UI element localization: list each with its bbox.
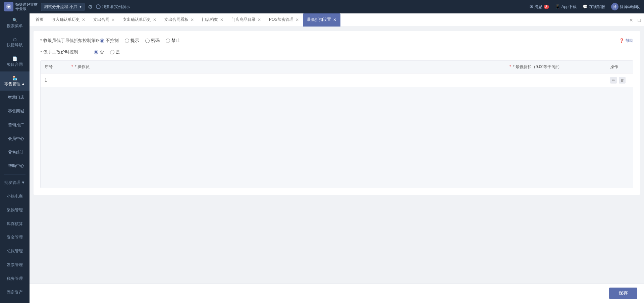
- sidebar-item-tax-mgmt[interactable]: 税务管理: [0, 272, 30, 286]
- sidebar-item-retail-mall[interactable]: 零售商城: [0, 104, 30, 118]
- page-content: * 收银员低于最低折扣控制策略 不控制 提示 密码: [30, 27, 644, 283]
- tab-store-goods[interactable]: 门店商品目录 ✕: [227, 13, 265, 27]
- delete-row-button[interactable]: 🗑: [619, 77, 626, 84]
- tab-close-payment-confirm[interactable]: ✕: [153, 17, 156, 22]
- sidebar-item-member-center[interactable]: 会员中心: [0, 132, 30, 146]
- tab-close-payment-contract[interactable]: ✕: [111, 17, 115, 22]
- manual-control-radio-group: 否 是: [94, 49, 120, 55]
- col-min-discount: * * 最低折扣（9.00等于9折）: [505, 61, 606, 73]
- tab-close-store-file[interactable]: ✕: [220, 17, 223, 22]
- logo-icon: [4, 2, 13, 11]
- search-icon: 🔍: [0, 17, 30, 23]
- tab-close-income-confirm[interactable]: ✕: [82, 17, 85, 22]
- cell-actions: ✏ 🗑: [606, 73, 633, 87]
- form-row-manual-control: * 仅手工改价时控制 否 是: [40, 49, 633, 55]
- tab-fullscreen-button[interactable]: □: [637, 17, 642, 23]
- save-button[interactable]: 保存: [609, 288, 637, 299]
- form-row-discount-policy: * 收银员低于最低折扣控制策略 不控制 提示 密码: [40, 38, 633, 44]
- tab-payment-confirm[interactable]: 支出确认单历史 ✕: [119, 13, 160, 27]
- cell-seq: 1: [41, 73, 67, 87]
- sidebar-item-retail-mgmt[interactable]: 🏪 零售管理 ▲: [0, 71, 30, 91]
- tab-payment-board[interactable]: 支出合同看板 ✕: [160, 13, 198, 27]
- chevron-down-icon: ▼: [21, 180, 25, 186]
- tab-pos-password[interactable]: POS加密管理 ✕: [265, 13, 303, 27]
- settings-card: * 收银员低于最低折扣控制策略 不控制 提示 密码: [34, 31, 640, 195]
- col-seq: 序号: [41, 61, 67, 73]
- sidebar-item-search[interactable]: 🔍 搜索菜单: [0, 13, 30, 33]
- sidebar-item-help-center[interactable]: 帮助中心: [0, 159, 30, 173]
- sidebar-item-fixed-assets[interactable]: 固定资产: [0, 286, 30, 299]
- sidebar-item-salary[interactable]: 工资: [0, 299, 30, 303]
- col-actions: 操作: [606, 61, 633, 73]
- demo-circle-icon: [96, 4, 101, 9]
- message-icon: ✉: [530, 4, 533, 9]
- cell-operator: [67, 73, 505, 87]
- avatar: 徐: [611, 3, 619, 10]
- col-operator: * * 操作员: [67, 61, 505, 73]
- sidebar-item-shortcuts[interactable]: ⬡ 快捷导航: [0, 33, 30, 52]
- radio-password[interactable]: 密码: [145, 38, 160, 44]
- contract-icon: 📄: [0, 56, 30, 62]
- discount-policy-label: * 收银员低于最低折扣控制策略: [40, 38, 100, 44]
- online-service-button[interactable]: 💬 在线客服: [583, 4, 605, 10]
- topbar-right: ✉ 消息 8 📱 App下载 💬 在线客服 徐 徐泽华修改: [530, 3, 640, 10]
- settings-icon[interactable]: ⚙: [88, 4, 93, 10]
- app-name: 畅捷通好业财 专业版: [15, 2, 38, 11]
- tab-close-store-goods[interactable]: ✕: [258, 17, 261, 22]
- table-empty-area: [41, 87, 633, 188]
- sidebar-item-marketing[interactable]: 营销推广: [0, 118, 30, 132]
- tab-close-payment-board[interactable]: ✕: [191, 17, 194, 22]
- user-profile[interactable]: 徐 徐泽华修改: [611, 3, 640, 10]
- app-download-button[interactable]: 📱 App下载: [555, 4, 577, 10]
- discount-policy-radio-group: 不控制 提示 密码 禁止: [100, 38, 180, 44]
- radio-no[interactable]: 否: [94, 49, 104, 55]
- radio-yes[interactable]: 是: [110, 49, 120, 55]
- message-button[interactable]: ✉ 消息 8: [530, 4, 549, 10]
- sidebar-item-retail-stats[interactable]: 零售统计: [0, 146, 30, 159]
- table-header: 序号 * * 操作员 * * 最低折扣（9.00等于9折） 操作: [41, 61, 633, 73]
- demo-link[interactable]: 我要看实例演示: [96, 4, 130, 10]
- tab-controls: ✕ □: [628, 17, 642, 23]
- tab-min-discount[interactable]: 最低折扣设置 ✕: [303, 13, 340, 27]
- sidebar-item-inventory[interactable]: 库存核算: [0, 217, 30, 231]
- edit-row-button[interactable]: ✏: [610, 77, 617, 84]
- topbar: 畅捷通好业财 专业版 测试分开流程-小兴 ▾ ⚙ 我要看实例演示 ✉ 消息 8 …: [0, 0, 644, 13]
- tab-home[interactable]: 首页: [32, 13, 48, 27]
- tab-close-pos-password[interactable]: ✕: [296, 17, 299, 22]
- radio-ban[interactable]: 禁止: [166, 38, 180, 44]
- sidebar-item-capital-mgmt[interactable]: 资金管理: [0, 231, 30, 244]
- sidebar-item-invoice-mgmt[interactable]: 发票管理: [0, 258, 30, 272]
- tab-close-min-discount[interactable]: ✕: [333, 17, 336, 22]
- discount-table: 序号 * * 操作员 * * 最低折扣（9.00等于9折） 操作: [40, 60, 633, 188]
- tab-payment-contract[interactable]: 支出合同 ✕: [89, 13, 119, 27]
- cell-min-discount: [505, 73, 606, 87]
- sidebar-item-purchase-mgmt[interactable]: 采购管理: [0, 203, 30, 217]
- sidebar-item-wholesale-mgmt[interactable]: 批发管理 ▼: [0, 176, 30, 190]
- message-badge: 8: [544, 5, 549, 9]
- project-selector[interactable]: 测试分开流程-小兴 ▾: [41, 3, 85, 11]
- tab-store-file[interactable]: 门店档案 ✕: [198, 13, 227, 27]
- sidebar-item-project-contract[interactable]: 📄 项目合同: [0, 52, 30, 71]
- shortcuts-icon: ⬡: [0, 37, 30, 43]
- manual-control-label: * 仅手工改价时控制: [40, 49, 94, 55]
- table-row: 1 ✏ 🗑: [41, 73, 633, 87]
- sidebar-item-smart-store[interactable]: 智慧门店: [0, 91, 30, 104]
- content-area: 首页 收入确认单历史 ✕ 支出合同 ✕ 支出确认单历史 ✕ 支出合同看板 ✕ 门…: [30, 13, 644, 303]
- sidebar-item-ecommerce[interactable]: 小畅电商: [0, 190, 30, 203]
- app-logo: 畅捷通好业财 专业版: [4, 2, 38, 11]
- tab-close-button[interactable]: ✕: [628, 17, 635, 23]
- retail-icon: 🏪: [0, 75, 30, 81]
- radio-prompt[interactable]: 提示: [125, 38, 139, 44]
- download-icon: 📱: [555, 4, 560, 9]
- tab-bar: 首页 收入确认单历史 ✕ 支出合同 ✕ 支出确认单历史 ✕ 支出合同看板 ✕ 门…: [30, 13, 644, 27]
- radio-no-control[interactable]: 不控制: [100, 38, 119, 44]
- service-icon: 💬: [583, 4, 588, 9]
- sidebar: 🔍 搜索菜单 ⬡ 快捷导航 📄 项目合同 🏪 零售管理 ▲ 智慧门店 零售商城 …: [0, 13, 30, 303]
- chevron-down-icon: ▾: [79, 4, 82, 9]
- sidebar-item-ledger-mgmt[interactable]: 总账管理: [0, 244, 30, 258]
- page-footer: 保存: [30, 283, 644, 303]
- main-layout: 🔍 搜索菜单 ⬡ 快捷导航 📄 项目合同 🏪 零售管理 ▲ 智慧门店 零售商城 …: [0, 13, 644, 303]
- help-button[interactable]: ❓ 帮助: [619, 38, 633, 44]
- chevron-up-icon: ▲: [21, 81, 25, 87]
- tab-income-confirm[interactable]: 收入确认单历史 ✕: [48, 13, 89, 27]
